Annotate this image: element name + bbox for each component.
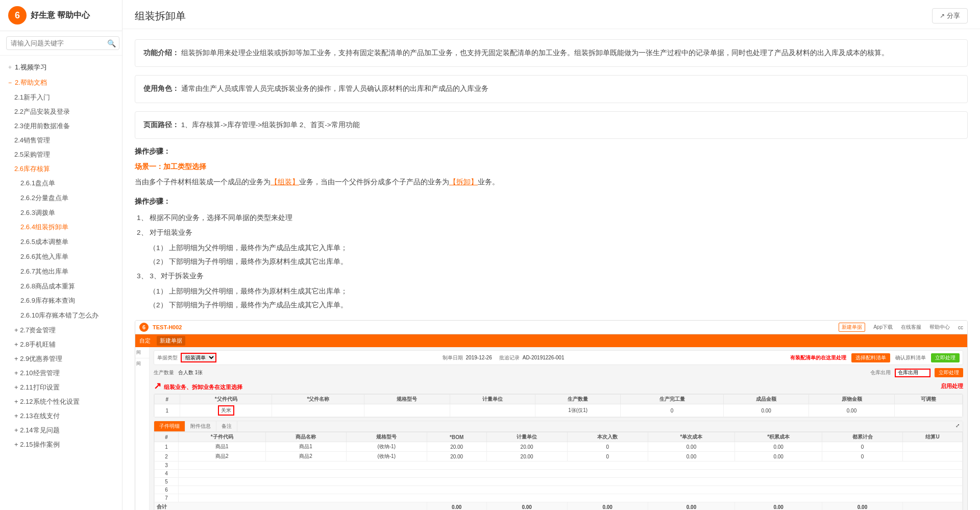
sim-tab-other2[interactable]: 备注: [216, 421, 237, 431]
sidebar-item-newbie[interactable]: 2.1新手入门: [0, 90, 122, 105]
sim-lcol-spec: 规格型号: [346, 432, 427, 442]
assembly-link[interactable]: 【组装】: [271, 178, 299, 186]
scenario1-desc: 当由多个子件材料组装成一个成品的业务为【组装】业务，当由一个父件拆分成多个子产品…: [135, 176, 968, 189]
main-content: 组装拆卸单 ↗ 分享 功能介绍： 组装拆卸单用来处理企业组装或拆卸等加工业务，支…: [122, 0, 980, 510]
disassembly-sub2-num: （2）: [149, 301, 167, 309]
sim-lower-table-content: # *子件代码 商品名称 规格型号 *BOM 计量单位 本次入数 *单次成本 *: [154, 432, 963, 510]
sidebar-item-video[interactable]: + 1.视频学习: [0, 60, 122, 75]
sidebar-item-inventory[interactable]: 2.6库存核算: [0, 162, 122, 176]
sidebar-leaf-other-out[interactable]: 2.6.7其他出库单: [0, 264, 122, 279]
sim-topbar-user: cc: [958, 325, 963, 330]
sim-lcell-code1: 商品1: [178, 442, 265, 452]
sidebar-leaf-transfer[interactable]: 2.6.3调拨单: [0, 206, 122, 221]
sidebar-item-faq[interactable]: + 2.14常见问题: [0, 423, 122, 438]
role-text: 通常由生产人员或库管人员完成拆装业务的操作，库管人员确认原材料的出库和产成品的入…: [181, 85, 488, 92]
sidebar-item-payment[interactable]: + 2.13在线支付: [0, 409, 122, 423]
sim-lcol-seq: #: [155, 432, 179, 442]
sidebar-leaf-cost-recalc[interactable]: 2.6.8商品成本重算: [0, 279, 122, 294]
sim-warehouse-input[interactable]: [895, 369, 930, 377]
table-row: 1 商品1 商品1 (收纳-1) 20.00 20.00 0 0.00 0.00: [155, 442, 963, 452]
sidebar-leaf-stocktake[interactable]: 2.6.1盘点单: [0, 176, 122, 191]
sidebar-leaf-ledger-query[interactable]: 2.6.9库存账本查询: [0, 294, 122, 308]
disassembly-sub1-text: 上部明细为父件明细，最终作为原材料生成其它出库单；: [169, 287, 348, 295]
step3-num: 3、: [137, 272, 148, 280]
step2: 2、 对于组装业务: [135, 226, 968, 239]
sim-lcell-unit2: 20.00: [486, 452, 567, 462]
sim-doc-type-select[interactable]: 组装调单 拆卸业务: [181, 353, 216, 362]
sidebar-leaf-other-in[interactable]: 2.6.6其他入库单: [0, 250, 122, 264]
sim-lcell-code2: 商品2: [178, 452, 265, 462]
sim-nav-bar: 自定 新建单据: [135, 334, 967, 347]
sim-cell-prod-amt: 0.00: [723, 404, 808, 417]
sim-expand-icon[interactable]: ⤢: [952, 421, 963, 431]
sim-lcell-name2: 商品2: [265, 452, 346, 462]
logo-icon: 6: [8, 6, 27, 25]
disassembly-sub1-num: （1）: [149, 287, 167, 295]
sim-lcell-qty2: 0: [567, 452, 648, 462]
sim-tab-other1[interactable]: 附件信息: [185, 421, 216, 431]
share-button[interactable]: ↗ 分享: [932, 8, 968, 23]
sim-body: 间 间 单据类型 组装调单 拆卸业务 制单日期: [135, 347, 967, 510]
assembly-sub1: （1） 上部明细为父件明细，最终作为产成品生成其它入库单；: [135, 241, 968, 255]
sim-select-bom-btn[interactable]: 选择配料清单: [851, 353, 890, 362]
sim-lcell-cost1a: 0.00: [648, 442, 735, 452]
sim-brand-icon: 6: [139, 323, 149, 332]
sidebar-leaf-ledger-fix[interactable]: 2.6.10库存账本错了怎么办: [0, 308, 122, 323]
sim-table-tabs: 子件明细 附件信息 备注 ⤢: [154, 421, 963, 432]
sidebar-item-sales[interactable]: 2.4销售管理: [0, 133, 122, 148]
sim-lower-table: 子件明细 附件信息 备注 ⤢ # *子件代码: [154, 421, 963, 510]
search-area: 🔍: [0, 31, 122, 56]
search-button[interactable]: 🔍: [107, 39, 116, 47]
minus-icon: −: [8, 79, 12, 86]
sidebar-item-coupon[interactable]: + 2.9优惠券管理: [0, 352, 122, 366]
sim-lcell-total2: 0: [822, 452, 903, 462]
path-box: 页面路径： 1、库存核算->库存管理->组装拆卸单 2、首页->常用功能: [135, 111, 968, 139]
share-icon: ↗: [940, 12, 945, 19]
search-input[interactable]: [6, 36, 119, 50]
sim-date-label: 制单日期: [443, 354, 463, 361]
disassembly-sub2: （2） 下部明细为子件明细，最终作为产成品生成其它入库单。: [135, 299, 968, 312]
sidebar-item-data-prep[interactable]: 2.3使用前数据准备: [0, 119, 122, 133]
sim-lcell-cost2b: 0.00: [735, 452, 822, 462]
sim-topbar: 6 TEST-H002 新建单据 App下载 在线客服 帮助中心 cc: [135, 321, 967, 334]
sidebar-item-mgmt[interactable]: + 2.10经营管理: [0, 366, 122, 380]
sidebar-item-settings[interactable]: + 2.12系统个性化设置: [0, 395, 122, 409]
sim-nav-new-doc[interactable]: 新建单据: [157, 336, 185, 346]
sim-cell-qty-done: 0: [621, 404, 724, 417]
sidebar-item-cases[interactable]: + 2.15操作案例: [0, 438, 122, 452]
sim-tab-child[interactable]: 子件明细: [154, 421, 185, 431]
sim-lcol-qty: 本次入数: [567, 432, 648, 442]
sim-lcol-name: 商品名称: [265, 432, 346, 442]
sidebar-item-finance[interactable]: + 2.7资金管理: [0, 323, 122, 337]
sidebar-item-purchase[interactable]: 2.5采购管理: [0, 148, 122, 162]
path-text: 1、库存核算->库存管理->组装拆卸单 2、首页->常用功能: [181, 121, 360, 129]
step2-text: 对于组装业务: [150, 229, 192, 236]
sim-nav-home[interactable]: 自定: [139, 337, 151, 345]
sim-col-adjustable: 可调整: [894, 395, 962, 404]
disassembly-sub1: （1） 上部明细为父件明细，最终作为原材料生成其它出库单；: [135, 285, 968, 298]
sim-lcol-code: *子件代码: [178, 432, 265, 442]
sim-process-btn[interactable]: 立即处理: [935, 368, 963, 377]
sim-confirm-btn[interactable]: 立即处理: [931, 353, 960, 362]
table-row: 2 商品2 商品2 (收纳-1) 20.00 20.00 0 0.00 0.00: [155, 452, 963, 462]
sim-lcell-settle2: [903, 452, 963, 462]
sidebar-item-print[interactable]: + 2.11打印设置: [0, 380, 122, 395]
sim-cell-adj: [894, 404, 962, 417]
sim-info-row: 生产数量 合人数 1张 仓库出用 立即处理: [154, 368, 963, 377]
disassembly-link[interactable]: 【拆卸】: [449, 178, 478, 186]
sidebar-leaf-partial-stocktake[interactable]: 2.6.2分量盘点单: [0, 191, 122, 206]
sim-brand-text: TEST-H002: [153, 324, 182, 330]
sim-col-unit: 计量单位: [450, 395, 535, 404]
sim-lcell-name1: 商品1: [265, 442, 346, 452]
sidebar-leaf-assembly[interactable]: 2.6.4组装拆卸单: [0, 220, 122, 235]
sidebar-item-install[interactable]: 2.2产品安装及登录: [0, 105, 122, 119]
sim-info-val: 合人数 1张: [178, 369, 203, 376]
sim-col-qty-done: 生产完工量: [621, 395, 724, 404]
sidebar-item-mobile[interactable]: + 2.8手机旺辅: [0, 337, 122, 352]
assembly-sub2: （2） 下部明细为子件明细，最终作为原材料生成其它出库单。: [135, 255, 968, 269]
content-area: 功能介绍： 组装拆卸单用来处理企业组装或拆卸等加工业务，支持有固定装配清单的产品…: [122, 29, 980, 510]
sidebar-leaf-cost-adjust[interactable]: 2.6.5成本调整单: [0, 235, 122, 250]
assembly-sub1-num: （1）: [149, 244, 167, 252]
sidebar: 6 好生意 帮助中心 🔍 + 1.视频学习 − 2.帮助文档 2.1新手入门 2…: [0, 0, 122, 510]
sidebar-item-docs[interactable]: − 2.帮助文档: [0, 75, 122, 90]
